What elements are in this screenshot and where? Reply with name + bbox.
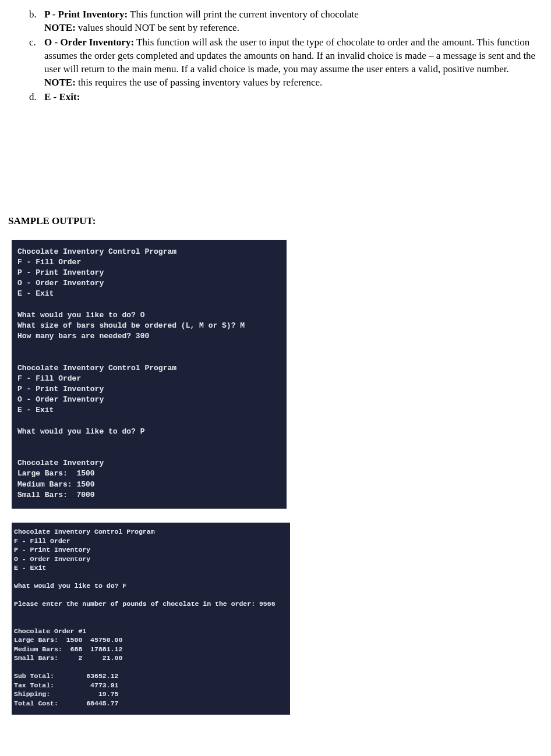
note-body-b: values should NOT be sent by reference. [76,22,239,33]
list-item-c: c. O - Order Inventory: This function wi… [29,36,538,90]
marker-b: b. [29,8,44,35]
list-item-b: b. P - Print Inventory: This function wi… [29,8,538,35]
text-b: This function will print the current inv… [128,9,359,20]
marker-d: d. [29,91,44,104]
body-c: O - Order Inventory: This function will … [44,36,538,90]
console-output-2: Chocolate Inventory Control Program F - … [12,523,290,715]
body-d: E - Exit: [44,91,538,104]
instruction-list: b. P - Print Inventory: This function wi… [29,8,538,104]
note-body-c: this requires the use of passing invento… [76,77,322,88]
note-label-c: NOTE: [44,77,76,88]
marker-c: c. [29,36,44,90]
body-b: P - Print Inventory: This function will … [44,8,538,35]
console-output-1: Chocolate Inventory Control Program F - … [12,240,287,509]
head-d: E - Exit: [44,91,80,102]
sample-output-heading: SAMPLE OUTPUT: [8,215,538,228]
head-b: P - Print Inventory: [44,9,128,20]
list-item-d: d. E - Exit: [29,91,538,104]
head-c: O - Order Inventory: [44,37,134,48]
note-label-b: NOTE: [44,22,76,33]
